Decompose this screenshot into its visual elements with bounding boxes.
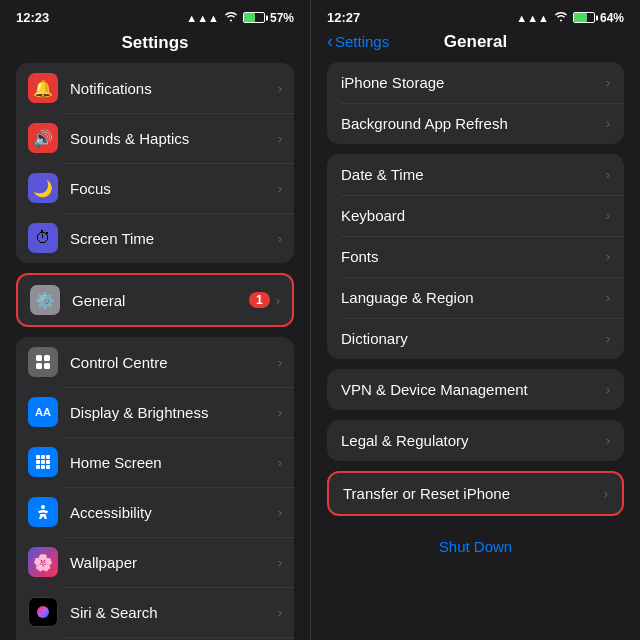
- back-button[interactable]: ‹ Settings: [327, 31, 389, 52]
- right-wifi-icon: [554, 11, 568, 25]
- left-status-bar: 12:23 ▲▲▲ 57%: [0, 0, 310, 29]
- sounds-label: Sounds & Haptics: [70, 130, 278, 147]
- general-group-2: Date & Time › Keyboard › Fonts › Languag…: [327, 154, 624, 359]
- control-centre-label: Control Centre: [70, 354, 278, 371]
- settings-group-1: 🔔 Notifications › 🔊 Sounds & Haptics › 🌙…: [16, 63, 294, 263]
- general-group-5: Transfer or Reset iPhone ›: [327, 471, 624, 516]
- left-status-icons: ▲▲▲ 57%: [186, 11, 294, 25]
- siri-label: Siri & Search: [70, 604, 278, 621]
- svg-rect-3: [44, 363, 50, 369]
- shutdown-label: Shut Down: [439, 538, 512, 555]
- sidebar-item-control-centre[interactable]: Control Centre ›: [16, 337, 294, 387]
- general-group-4: Legal & Regulatory ›: [327, 420, 624, 461]
- general-chevron: ›: [276, 293, 280, 308]
- general-settings-list: iPhone Storage › Background App Refresh …: [311, 62, 640, 640]
- screen-time-chevron: ›: [278, 231, 282, 246]
- control-centre-chevron: ›: [278, 355, 282, 370]
- settings-group-3: Control Centre › AA Display & Brightness…: [16, 337, 294, 640]
- settings-list: 🔔 Notifications › 🔊 Sounds & Haptics › 🌙…: [0, 63, 310, 640]
- svg-rect-12: [46, 465, 50, 469]
- sidebar-item-siri[interactable]: Siri & Search ›: [16, 587, 294, 637]
- general-group-1: iPhone Storage › Background App Refresh …: [327, 62, 624, 144]
- legal-label: Legal & Regulatory: [341, 432, 606, 449]
- home-screen-chevron: ›: [278, 455, 282, 470]
- notifications-icon: 🔔: [28, 73, 58, 103]
- keyboard-chevron: ›: [606, 208, 610, 223]
- general-item-iphone-storage[interactable]: iPhone Storage ›: [327, 62, 624, 103]
- general-label: General: [72, 292, 249, 309]
- general-item-vpn[interactable]: VPN & Device Management ›: [327, 369, 624, 410]
- sidebar-item-sounds[interactable]: 🔊 Sounds & Haptics ›: [16, 113, 294, 163]
- battery-pct: 57%: [270, 11, 294, 25]
- focus-label: Focus: [70, 180, 278, 197]
- sidebar-item-notifications[interactable]: 🔔 Notifications ›: [16, 63, 294, 113]
- fonts-label: Fonts: [341, 248, 606, 265]
- svg-rect-2: [36, 363, 42, 369]
- sidebar-item-focus[interactable]: 🌙 Focus ›: [16, 163, 294, 213]
- vpn-label: VPN & Device Management: [341, 381, 606, 398]
- svg-point-13: [41, 505, 45, 509]
- general-item-language[interactable]: Language & Region ›: [327, 277, 624, 318]
- accessibility-icon: [28, 497, 58, 527]
- display-chevron: ›: [278, 405, 282, 420]
- svg-rect-0: [36, 355, 42, 361]
- wallpaper-label: Wallpaper: [70, 554, 278, 571]
- dictionary-label: Dictionary: [341, 330, 606, 347]
- svg-rect-6: [46, 455, 50, 459]
- general-item-legal[interactable]: Legal & Regulatory ›: [327, 420, 624, 461]
- siri-chevron: ›: [278, 605, 282, 620]
- control-centre-icon: [28, 347, 58, 377]
- right-nav: ‹ Settings General: [311, 29, 640, 62]
- svg-rect-9: [46, 460, 50, 464]
- svg-rect-1: [44, 355, 50, 361]
- shutdown-button[interactable]: Shut Down: [327, 526, 624, 563]
- focus-chevron: ›: [278, 181, 282, 196]
- svg-rect-8: [41, 460, 45, 464]
- keyboard-label: Keyboard: [341, 207, 606, 224]
- back-label: Settings: [335, 33, 389, 50]
- general-item-keyboard[interactable]: Keyboard ›: [327, 195, 624, 236]
- general-item-fonts[interactable]: Fonts ›: [327, 236, 624, 277]
- accessibility-label: Accessibility: [70, 504, 278, 521]
- svg-point-14: [37, 606, 49, 618]
- transfer-label: Transfer or Reset iPhone: [343, 485, 604, 502]
- svg-rect-11: [41, 465, 45, 469]
- screen-time-icon: ⏱: [28, 223, 58, 253]
- general-item-date-time[interactable]: Date & Time ›: [327, 154, 624, 195]
- iphone-storage-label: iPhone Storage: [341, 74, 606, 91]
- focus-icon: 🌙: [28, 173, 58, 203]
- svg-rect-10: [36, 465, 40, 469]
- svg-rect-4: [36, 455, 40, 459]
- dictionary-chevron: ›: [606, 331, 610, 346]
- legal-chevron: ›: [606, 433, 610, 448]
- battery-icon: [243, 12, 265, 23]
- sidebar-item-home-screen[interactable]: Home Screen ›: [16, 437, 294, 487]
- sidebar-item-wallpaper[interactable]: 🌸 Wallpaper ›: [16, 537, 294, 587]
- bg-refresh-chevron: ›: [606, 116, 610, 131]
- general-item-dictionary[interactable]: Dictionary ›: [327, 318, 624, 359]
- sidebar-item-display[interactable]: AA Display & Brightness ›: [16, 387, 294, 437]
- wallpaper-icon: 🌸: [28, 547, 58, 577]
- right-status-bar: 12:27 ▲▲▲ 64%: [311, 0, 640, 29]
- wifi-icon: [224, 11, 238, 25]
- general-item-bg-refresh[interactable]: Background App Refresh ›: [327, 103, 624, 144]
- sidebar-item-screen-time[interactable]: ⏱ Screen Time ›: [16, 213, 294, 263]
- fonts-chevron: ›: [606, 249, 610, 264]
- sidebar-item-accessibility[interactable]: Accessibility ›: [16, 487, 294, 537]
- sounds-icon: 🔊: [28, 123, 58, 153]
- sidebar-item-general[interactable]: ⚙️ General 1 ›: [18, 275, 292, 325]
- display-label: Display & Brightness: [70, 404, 278, 421]
- notifications-chevron: ›: [278, 81, 282, 96]
- siri-icon: [28, 597, 58, 627]
- settings-group-general: ⚙️ General 1 ›: [16, 273, 294, 327]
- svg-rect-7: [36, 460, 40, 464]
- iphone-storage-chevron: ›: [606, 75, 610, 90]
- home-screen-label: Home Screen: [70, 454, 278, 471]
- bg-refresh-label: Background App Refresh: [341, 115, 606, 132]
- right-panel-title: General: [444, 32, 507, 52]
- general-item-transfer[interactable]: Transfer or Reset iPhone ›: [329, 473, 622, 514]
- left-time: 12:23: [16, 10, 49, 25]
- wallpaper-chevron: ›: [278, 555, 282, 570]
- language-chevron: ›: [606, 290, 610, 305]
- right-time: 12:27: [327, 10, 360, 25]
